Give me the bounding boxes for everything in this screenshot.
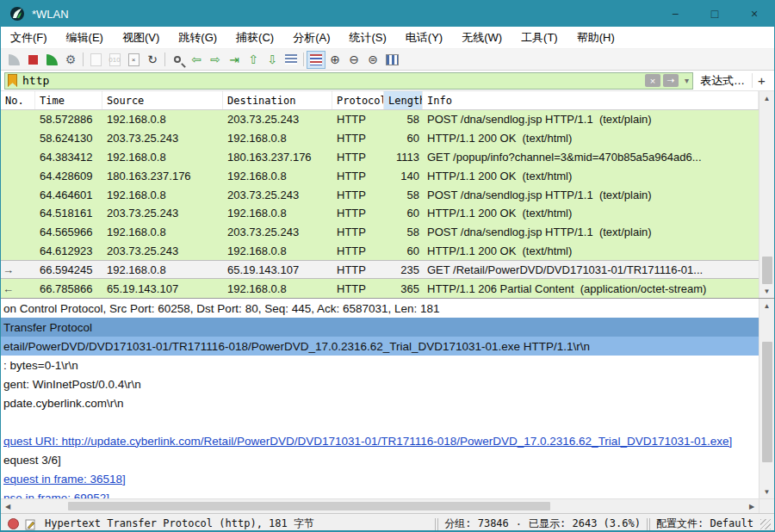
find-packet-icon[interactable] [168,51,187,69]
column-header-destination[interactable]: Destination [223,91,332,109]
cell-proto: HTTP [332,282,384,295]
add-filter-button[interactable]: + [752,73,771,88]
colorize-icon[interactable] [307,51,326,69]
column-header-no[interactable]: No. [1,91,35,109]
expert-info-icon[interactable] [8,518,19,529]
scrollbar-thumb[interactable] [68,502,550,510]
display-filter-box[interactable]: × ➝ ▾ [4,72,693,90]
filter-clear-icon[interactable]: × [645,74,660,87]
packet-row-6[interactable]: 64.565966192.168.0.8203.73.25.243HTTP58P… [1,223,774,242]
scroll-up-icon[interactable]: ▲ [760,91,774,105]
minimize-button[interactable]: − [655,1,695,27]
resize-columns-icon[interactable] [382,51,401,69]
column-header-protocol[interactable]: Protocol [332,91,384,109]
scroll-up-icon[interactable]: ▲ [760,299,774,312]
packet-list-scrollbar[interactable]: ▲ ▼ [759,91,774,298]
column-header-time[interactable]: Time [35,91,102,109]
detail-link-text[interactable]: nse in frame: 69952] [3,492,109,499]
filter-apply-icon[interactable]: ➝ [663,74,679,87]
detail-horizontal-scrollbar[interactable]: ◀ ▶ [1,498,774,513]
start-capture-icon[interactable] [4,51,23,69]
first-packet-icon[interactable]: ⇧ [244,51,263,69]
detail-text: etail/PowerDVD/DVD171031-01/TR171116-018… [3,340,590,353]
packet-row-1[interactable]: 58.624130203.73.25.243192.168.0.8HTTP60H… [1,129,774,148]
menu-item-3[interactable]: 跳转(G) [169,27,226,48]
packet-row-9[interactable]: 66.78586665.19.143.107192.168.0.8HTTP365… [1,279,774,298]
restart-capture-icon[interactable] [42,51,61,69]
detail-line-1[interactable]: Transfer Protocol [1,318,774,337]
cell-dst: 192.168.0.8 [223,282,332,295]
detail-line-5[interactable]: pdate.cyberlink.com\r\n [1,393,774,412]
column-header-length[interactable]: Length [384,91,423,109]
scroll-left-icon[interactable]: ◀ [1,499,15,513]
menu-item-9[interactable]: 工具(T) [512,27,567,48]
menu-item-0[interactable]: 文件(F) [1,27,57,48]
packet-row-5[interactable]: 64.518161203.73.25.243192.168.0.8HTTP60H… [1,204,774,223]
reload-file-icon[interactable]: ↻ [143,51,162,69]
capture-comment-icon[interactable] [24,518,36,530]
detail-link-text[interactable]: equest in frame: 36518] [3,473,126,486]
detail-line-9[interactable]: equest in frame: 36518] [1,469,774,488]
packet-row-2[interactable]: 64.383412192.168.0.8180.163.237.176HTTP1… [1,148,774,167]
resize-grip[interactable] [760,519,771,529]
menu-item-8[interactable]: 无线(W) [452,27,512,48]
next-packet-icon[interactable]: ⇨ [206,51,225,69]
status-profile[interactable]: 配置文件: Default [656,517,753,531]
packet-row-8[interactable]: 66.594245192.168.0.865.19.143.107HTTP235… [1,260,774,279]
last-packet-icon[interactable]: ⇩ [263,51,282,69]
cell-dst: 203.73.25.243 [223,226,332,238]
detail-line-7[interactable]: quest URI: http://update.cyberlink.com/R… [1,431,774,450]
scrollbar-thumb[interactable] [762,257,772,284]
zoom-out-icon[interactable]: ⊖ [344,51,363,69]
packet-row-4[interactable]: 64.464601192.168.0.8203.73.25.243HTTP58P… [1,185,774,204]
menu-item-6[interactable]: 统计(S) [339,27,395,48]
menu-item-4[interactable]: 捕获(C) [226,27,283,48]
close-button[interactable]: × [735,1,774,27]
detail-link-text[interactable]: quest URI: http://update.cyberlink.com/R… [3,435,732,448]
save-file-icon[interactable]: 010 [105,51,124,69]
goto-packet-icon[interactable]: ⇥ [225,51,244,69]
toolbar-separator [164,53,165,66]
detail-scrollbar[interactable]: ▲ ▼ [759,299,774,498]
menu-item-5[interactable]: 分析(A) [283,27,339,48]
detail-line-8[interactable]: equest 3/6] [1,450,774,469]
packet-row-7[interactable]: 64.612923203.73.25.243192.168.0.8HTTP60H… [1,242,774,261]
start-capture-icon [9,54,20,65]
packet-row-0[interactable]: 58.572886192.168.0.8203.73.25.243HTTP58P… [1,110,774,129]
filter-history-caret-icon[interactable]: ▾ [685,76,689,85]
cell-info: GET /popup/info?channel=3&mid=470b85a5a9… [423,151,759,164]
scrollbar-thumb[interactable] [762,342,772,462]
autoscroll-icon[interactable] [282,51,301,69]
detail-line-4[interactable]: gent: WinInetPost/0.0.4\r\n [1,374,774,393]
filter-bookmark-icon[interactable] [8,74,17,87]
maximize-button[interactable]: □ [695,1,735,27]
close-file-icon[interactable]: × [124,51,143,69]
detail-line-2[interactable]: etail/PowerDVD/DVD171031-01/TR171116-018… [1,337,774,356]
menu-item-1[interactable]: 编辑(E) [57,27,113,48]
detail-line-0[interactable]: on Control Protocol, Src Port: 60258, Ds… [1,299,774,318]
detail-line-3[interactable]: : bytes=0-1\r\n [1,356,774,374]
cell-info: GET /Retail/PowerDVD/DVD171031-01/TR1711… [423,263,759,276]
capture-options-icon[interactable]: ⚙ [61,51,80,69]
next-packet-icon: ⇨ [210,53,220,66]
open-file-icon[interactable] [86,51,105,69]
column-header-source[interactable]: Source [102,91,223,109]
scroll-down-icon[interactable]: ▼ [760,284,774,298]
display-filter-input[interactable] [22,74,645,87]
expression-button[interactable]: 表达式… [700,73,745,89]
cell-len: 235 [384,263,423,276]
zoom-in-icon[interactable]: ⊕ [326,51,344,69]
menu-item-2[interactable]: 视图(V) [113,27,169,48]
detail-line-10[interactable]: nse in frame: 69952] [1,488,774,498]
scroll-down-icon[interactable]: ▼ [760,485,774,498]
menu-item-10[interactable]: 帮助(H) [567,27,624,48]
packet-row-3[interactable]: 64.428609180.163.237.176192.168.0.8HTTP1… [1,166,774,185]
stop-capture-icon[interactable] [23,51,42,69]
detail-line-6[interactable] [1,412,774,431]
previous-packet-icon[interactable]: ⇦ [187,51,206,69]
scroll-right-icon[interactable]: ▶ [745,499,759,513]
cell-time: 58.624130 [35,132,102,145]
column-header-info[interactable]: Info [423,91,759,109]
menu-item-7[interactable]: 电话(Y) [396,27,452,48]
zoom-original-icon[interactable]: ⊜ [363,51,382,69]
